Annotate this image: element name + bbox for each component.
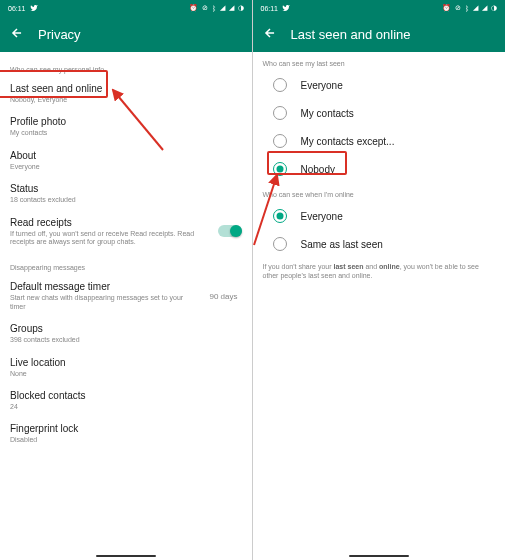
nav-bar [253,552,506,560]
status-time: 06:11 [261,5,279,12]
row-profile-photo[interactable]: Profile photo My contacts [10,110,242,143]
radio-online-everyone[interactable]: Everyone [253,202,506,230]
row-sub: My contacts [10,129,242,137]
section-header: Who can see my personal info [10,66,242,73]
bluetooth-icon: ᛒ [465,5,469,12]
back-icon[interactable] [263,26,277,42]
alarm-icon: ⏰ [189,4,198,12]
bluetooth-icon: ᛒ [212,5,216,12]
radio-my-contacts[interactable]: My contacts [253,99,506,127]
radio-online-same[interactable]: Same as last seen [253,230,506,258]
radio-label: Nobody [301,164,335,175]
radio-icon [273,209,287,223]
battery-icon: ◑ [491,4,497,12]
signal-icon: ◢ [473,4,478,12]
radio-label: My contacts except... [301,136,395,147]
app-bar: Last seen and online [253,16,506,52]
row-blocked[interactable]: Blocked contacts 24 [10,384,242,417]
signal-icon: ◢ [482,4,487,12]
radio-nobody[interactable]: Nobody [253,155,506,183]
back-icon[interactable] [10,26,24,42]
toggle-read-receipts[interactable] [218,225,242,237]
radio-icon [273,106,287,120]
row-sub: If turned off, you won't send or receive… [10,230,208,247]
nav-pill[interactable] [349,555,409,557]
row-title: Fingerprint lock [10,423,242,435]
twitter-icon [30,4,38,13]
radio-label: Same as last seen [301,239,383,250]
row-sub: Disabled [10,436,242,444]
row-title: Live location [10,357,242,369]
row-title: Blocked contacts [10,390,242,402]
row-groups[interactable]: Groups 398 contacts excluded [10,317,242,350]
status-time: 06:11 [8,5,26,12]
row-sub: Nobody, Everyone [10,96,242,104]
status-bar: 06:11 ⏰ ⊘ ᛒ ◢ ◢ ◑ [0,0,252,16]
section-header: Who can see when I'm online [253,183,506,202]
row-title: Last seen and online [10,83,242,95]
row-last-seen[interactable]: Last seen and online Nobody, Everyone [10,77,242,110]
lastseen-screen: 06:11 ⏰ ⊘ ᛒ ◢ ◢ ◑ Last seen and online W… [253,0,506,560]
page-title: Privacy [38,27,81,42]
row-sub: Start new chats with disappearing messag… [10,294,199,311]
radio-icon [273,237,287,251]
radio-icon [273,162,287,176]
alarm-icon: ⏰ [442,4,451,12]
row-title: Groups [10,323,242,335]
dnd-icon: ⊘ [202,4,208,12]
privacy-screen: 06:11 ⏰ ⊘ ᛒ ◢ ◢ ◑ Privacy Who can see my… [0,0,253,560]
dnd-icon: ⊘ [455,4,461,12]
signal-icon: ◢ [220,4,225,12]
row-about[interactable]: About Everyone [10,144,242,177]
row-title: About [10,150,242,162]
radio-icon [273,134,287,148]
lastseen-content: Who can see my last seen Everyone My con… [253,52,506,552]
radio-icon [273,78,287,92]
page-title: Last seen and online [291,27,411,42]
app-bar: Privacy [0,16,252,52]
row-sub: 398 contacts excluded [10,336,242,344]
nav-pill[interactable] [96,555,156,557]
radio-label: My contacts [301,108,354,119]
nav-bar [0,552,252,560]
row-status[interactable]: Status 18 contacts excluded [10,177,242,210]
radio-label: Everyone [301,211,343,222]
radio-my-contacts-except[interactable]: My contacts except... [253,127,506,155]
row-sub: None [10,370,242,378]
row-title: Default message timer [10,281,199,293]
row-live-location[interactable]: Live location None [10,351,242,384]
row-fingerprint[interactable]: Fingerprint lock Disabled [10,417,242,450]
privacy-note: If you don't share your last seen and on… [253,258,506,284]
row-title: Read receipts [10,217,208,229]
radio-everyone[interactable]: Everyone [253,71,506,99]
section-header: Disappearing messages [10,264,242,271]
status-bar: 06:11 ⏰ ⊘ ᛒ ◢ ◢ ◑ [253,0,506,16]
section-header: Who can see my last seen [253,52,506,71]
row-sub: Everyone [10,163,242,171]
row-read-receipts[interactable]: Read receipts If turned off, you won't s… [10,211,242,253]
radio-label: Everyone [301,80,343,91]
row-sub: 18 contacts excluded [10,196,242,204]
row-title: Profile photo [10,116,242,128]
row-value: 90 days [209,292,237,301]
row-sub: 24 [10,403,242,411]
twitter-icon [282,4,290,13]
battery-icon: ◑ [238,4,244,12]
row-title: Status [10,183,242,195]
signal-icon: ◢ [229,4,234,12]
privacy-content: Who can see my personal info Last seen a… [0,52,252,552]
row-default-timer[interactable]: Default message timer Start new chats wi… [10,275,242,317]
